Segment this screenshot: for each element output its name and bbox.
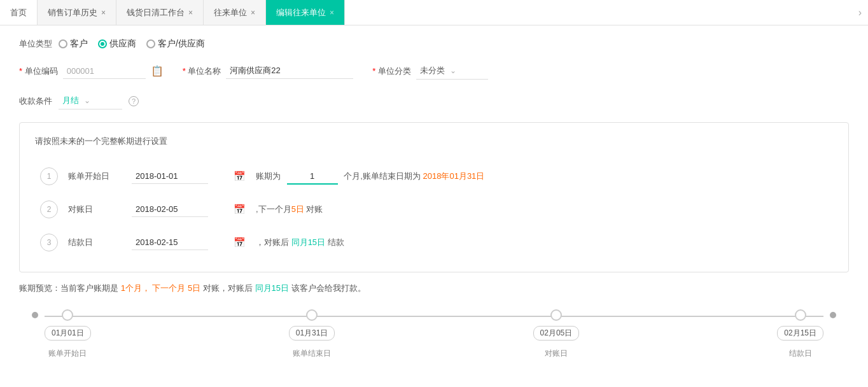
tab-cash-daily[interactable]: 钱货日清工作台 ×	[116, 0, 204, 25]
unit-category-label: 单位分类	[372, 66, 411, 77]
main-content: 单位类型 客户 供应商 客户/供应商 单位编码 📋 单位名称	[0, 25, 868, 387]
radio-customer-circle	[59, 39, 67, 48]
radio-both[interactable]: 客户/供应商	[146, 38, 205, 50]
tab-edit-partner[interactable]: 编辑往来单位 ×	[266, 0, 345, 25]
unit-info-row: 单位编码 📋 单位名称 单位分类 未分类 ⌄	[19, 62, 849, 80]
unit-type-radio-group: 客户 供应商 客户/供应商	[59, 38, 205, 50]
timeline-node-1: 01月01日 账单开始日	[45, 309, 91, 359]
tab-home[interactable]: 首页	[0, 0, 38, 25]
timeline-node-2-circle	[306, 309, 318, 321]
reconcile-desc-suffix: 对账	[304, 204, 323, 214]
timeline-node-2-label: 账单结束日	[293, 348, 331, 359]
preview-section: 账期预览：当前客户账期是 1个月， 下一个月 5日 对账，对账后 同月15日 该…	[19, 283, 849, 294]
start-date-calendar-icon[interactable]: 📅	[234, 171, 246, 181]
period-suffix: 个月,账单结束日期为	[344, 171, 421, 181]
unit-name-label: 单位名称	[183, 66, 221, 77]
step-label-1: 账单开始日	[68, 171, 109, 181]
payment-date-calendar-icon[interactable]: 📅	[234, 237, 246, 248]
radio-customer[interactable]: 客户	[59, 38, 88, 50]
preview-reconcile-highlight: 5日	[188, 283, 200, 293]
unit-code-group: 单位编码 📋	[19, 64, 164, 79]
period-end-date: 2018年01月31日	[423, 171, 485, 181]
unit-code-label: 单位编码	[19, 66, 58, 77]
payment-desc-suffix: 结款	[325, 237, 344, 247]
timeline-node-1-tag: 01月01日	[45, 326, 91, 341]
radio-supplier-circle	[98, 39, 107, 48]
steps-table: 1 账单开始日 📅 账期为 个月,账单结束日期为 2018年01月31日	[35, 160, 833, 259]
timeline-nodes: 01月01日 账单开始日 01月31日 账单结束日 02月05日 对账日	[45, 309, 823, 359]
close-cash-daily-icon[interactable]: ×	[188, 8, 193, 17]
expand-icon[interactable]: ›	[852, 0, 868, 25]
step-num-2: 2	[40, 201, 58, 218]
preview-payment-suffix: 该客户会给我打款。	[291, 283, 366, 293]
tab-sales-history[interactable]: 销售订单历史 ×	[38, 0, 116, 25]
timeline-node-4: 02月15日 结款日	[777, 309, 823, 359]
payment-terms-select[interactable]: 月结 ⌄	[59, 92, 122, 109]
category-dropdown-icon: ⌄	[450, 66, 456, 75]
start-date-input[interactable]	[132, 169, 208, 184]
preview-payment-highlight: 同月15日	[255, 283, 289, 293]
reconcile-desc-prefix: ,下一个月	[256, 204, 291, 214]
payment-highlight: 同月15日	[291, 237, 325, 247]
payment-terms-value: 月结	[62, 95, 79, 106]
timeline-node-3-label: 对账日	[545, 348, 568, 359]
preview-reconcile-suffix: 对账，对账后	[203, 283, 253, 293]
radio-both-circle	[146, 39, 155, 48]
step-row-1: 1 账单开始日 📅 账期为 个月,账单结束日期为 2018年01月31日	[35, 160, 833, 193]
timeline-node-4-label: 结款日	[789, 348, 812, 359]
timeline-start-dot	[32, 312, 38, 318]
reconcile-date-calendar-icon[interactable]: 📅	[234, 204, 246, 215]
timeline-node-2-tag: 01月31日	[289, 326, 335, 341]
close-edit-partner-icon[interactable]: ×	[330, 8, 334, 17]
payment-terms-row: 收款条件 月结 ⌄ ?	[19, 92, 849, 109]
reconcile-date-input[interactable]	[132, 202, 208, 217]
timeline-node-4-circle	[795, 309, 806, 321]
step-label-3: 结款日	[68, 237, 93, 247]
step-num-1: 1	[40, 167, 58, 185]
step-num-3: 3	[40, 234, 58, 251]
copy-icon[interactable]: 📋	[151, 65, 164, 77]
unit-type-label: 单位类型	[19, 38, 52, 50]
payment-desc-prefix: ，对账后	[256, 237, 291, 247]
tab-partner[interactable]: 往来单位 ×	[204, 0, 266, 25]
timeline-node-4-tag: 02月15日	[777, 326, 823, 341]
timeline-container: 01月01日 账单开始日 01月31日 账单结束日 02月05日 对账日	[19, 309, 849, 359]
unit-category-value: 未分类	[420, 65, 445, 76]
timeline-node-1-label: 账单开始日	[48, 348, 87, 359]
unit-code-input[interactable]	[63, 64, 146, 79]
timeline-node-1-circle	[62, 309, 73, 321]
card-instruction: 请按照未来的一个完整帐期进行设置	[35, 136, 833, 147]
period-input[interactable]	[287, 169, 338, 185]
preview-prefix: 账期预览：当前客户账期是	[19, 283, 118, 293]
unit-name-group: 单位名称	[183, 64, 354, 79]
timeline-node-3: 02月05日 对账日	[533, 309, 580, 359]
payment-terms-label: 收款条件	[19, 95, 52, 107]
close-sales-history-icon[interactable]: ×	[101, 8, 106, 17]
unit-type-row: 单位类型 客户 供应商 客户/供应商	[19, 38, 849, 50]
help-icon[interactable]: ?	[129, 96, 139, 106]
unit-category-group: 单位分类 未分类 ⌄	[372, 62, 488, 80]
reconcile-highlight: 5日	[291, 204, 304, 214]
close-partner-icon[interactable]: ×	[251, 8, 255, 17]
payment-terms-dropdown-icon: ⌄	[84, 96, 90, 105]
timeline-node-2: 01月31日 账单结束日	[289, 309, 335, 359]
preview-reconcile-prefix: 下一个月	[152, 283, 185, 293]
settings-card: 请按照未来的一个完整帐期进行设置 1 账单开始日 📅	[19, 122, 849, 272]
unit-category-select[interactable]: 未分类 ⌄	[416, 62, 488, 80]
timeline-node-3-tag: 02月05日	[533, 326, 580, 341]
step-row-3: 3 结款日 📅 ，对账后 同月15日 结款	[35, 226, 833, 259]
step-label-2: 对账日	[68, 204, 93, 214]
unit-name-input[interactable]	[226, 64, 353, 79]
radio-supplier[interactable]: 供应商	[98, 38, 136, 50]
timeline-end-dot	[830, 312, 836, 318]
payment-date-input[interactable]	[132, 235, 208, 250]
preview-month: 1个月，	[121, 283, 150, 293]
period-prefix: 账期为	[256, 171, 281, 181]
tab-bar: 首页 销售订单历史 × 钱货日清工作台 × 往来单位 × 编辑往来单位 × ›	[0, 0, 868, 25]
timeline-node-3-circle	[550, 309, 562, 321]
step-row-2: 2 对账日 📅 ,下一个月5日 对账	[35, 193, 833, 226]
